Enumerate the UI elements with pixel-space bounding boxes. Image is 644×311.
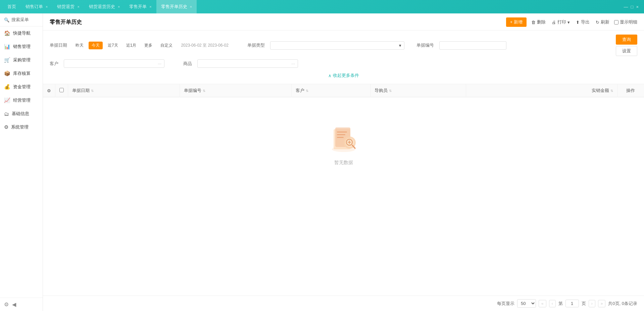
- th-number-sort[interactable]: ⇅: [203, 89, 205, 93]
- print-icon: 🖨: [552, 20, 556, 25]
- first-page-btn[interactable]: «: [539, 300, 546, 307]
- data-table: ⚙ 单据日期 ⇅ 单据编号 ⇅ 客户 ⇅: [43, 84, 644, 193]
- per-page-select[interactable]: 50 10 20 100: [517, 299, 536, 308]
- system-icon: ⚙: [4, 124, 8, 130]
- goods-select-dots: ···: [291, 61, 295, 66]
- type-label: 单据类型: [247, 42, 265, 48]
- table-body: 暂无数据: [43, 97, 644, 193]
- sidebar-search[interactable]: 🔍 搜索采单: [0, 13, 43, 27]
- tab-return-history-close[interactable]: ×: [118, 5, 120, 9]
- date-yesterday-btn[interactable]: 昨天: [72, 42, 87, 49]
- window-max-btn[interactable]: □: [631, 4, 634, 9]
- next-page-btn[interactable]: ›: [589, 300, 595, 307]
- window-min-btn[interactable]: —: [624, 4, 628, 9]
- print-button[interactable]: 🖨 打印 ▾: [550, 18, 571, 26]
- number-label: 单据编号: [416, 42, 434, 48]
- finance-icon: 💰: [4, 84, 10, 90]
- th-checkbox[interactable]: [55, 84, 68, 97]
- last-page-btn[interactable]: »: [598, 300, 606, 307]
- th-guide-sort[interactable]: ⇅: [389, 89, 392, 93]
- empty-icon: [327, 124, 360, 154]
- tab-return-close[interactable]: ×: [77, 5, 79, 9]
- display-detail-checkbox[interactable]: [614, 20, 618, 24]
- collapse-icon: ∧: [328, 73, 332, 78]
- number-input[interactable]: [439, 41, 506, 50]
- goods-select[interactable]: ···: [197, 59, 298, 68]
- settings-button[interactable]: 设置: [616, 46, 637, 56]
- filter-area: 单据日期 昨天 今天 近7天 近1月 更多 自定义 2023-06-02 至 2…: [43, 31, 644, 84]
- tab-sales-order-label: 销售订单: [26, 4, 43, 10]
- type-select-arrow: ▾: [399, 43, 401, 48]
- prev-page-btn[interactable]: ‹: [549, 300, 556, 307]
- th-customer-sort[interactable]: ⇅: [306, 89, 308, 93]
- table-container: ⚙ 单据日期 ⇅ 单据编号 ⇅ 客户 ⇅: [43, 84, 644, 296]
- date-more-btn[interactable]: 更多: [141, 42, 155, 49]
- search-icon: 🔍: [4, 17, 9, 22]
- new-button[interactable]: + 新增: [506, 17, 527, 27]
- tab-retail-order-label: 零售开单: [129, 4, 147, 10]
- tab-return-history-label: 销货退货历史: [89, 4, 115, 10]
- tab-sales-order-close[interactable]: ×: [46, 5, 48, 9]
- export-button[interactable]: ⬆ 导出: [575, 18, 591, 26]
- customer-label: 客户: [50, 61, 58, 67]
- filter-collapse-btn[interactable]: ∧ 收起更多条件: [50, 71, 637, 80]
- th-settings[interactable]: ⚙: [43, 84, 55, 97]
- empty-cell: 暂无数据: [43, 97, 644, 193]
- sidebar-settings-icon[interactable]: ⚙: [4, 301, 9, 308]
- content-area: 零售开单历史 + 新增 🗑 删除 🖨 打印 ▾ ⬆ 导出 ↻: [43, 13, 644, 311]
- select-all-checkbox[interactable]: [59, 88, 64, 92]
- sidebar-item-finance[interactable]: 💰 资金管理: [0, 80, 43, 94]
- empty-state: 暂无数据: [43, 97, 644, 193]
- sidebar-item-operations[interactable]: 📈 经营管理: [0, 94, 43, 107]
- th-amount: 实销金额 ⇅: [466, 84, 617, 97]
- th-guide: 导购员 ⇅: [370, 84, 466, 97]
- sidebar-item-system[interactable]: ⚙ 系统管理: [0, 120, 43, 134]
- date-today-btn[interactable]: 今天: [89, 42, 103, 49]
- toolbar-actions: + 新增 🗑 删除 🖨 打印 ▾ ⬆ 导出 ↻ 刷新: [506, 17, 637, 27]
- sidebar-item-sales[interactable]: 📊 销售管理: [0, 40, 43, 53]
- query-button[interactable]: 查询: [616, 35, 637, 45]
- th-date-sort[interactable]: ⇅: [91, 89, 94, 93]
- sidebar-item-sales-label: 销售管理: [13, 44, 31, 50]
- delete-icon: 🗑: [531, 20, 536, 25]
- refresh-label: 刷新: [601, 19, 609, 25]
- refresh-button[interactable]: ↻ 刷新: [594, 18, 611, 26]
- tab-retail-order-history[interactable]: 零售开单历史 ×: [156, 0, 197, 13]
- tab-retail-order[interactable]: 零售开单 ×: [125, 0, 156, 13]
- customer-select[interactable]: ···: [64, 59, 164, 68]
- sidebar-bottom: ⚙ ◀: [0, 298, 43, 311]
- th-date: 单据日期 ⇅: [68, 84, 180, 97]
- tab-retail-order-close[interactable]: ×: [149, 5, 151, 9]
- empty-row: 暂无数据: [43, 97, 644, 193]
- sidebar-item-shortcut[interactable]: 🏠 快捷导航: [0, 27, 43, 40]
- display-detail-toggle[interactable]: 显示明细: [614, 19, 637, 25]
- tab-return[interactable]: 销货退货 ×: [52, 0, 84, 13]
- th-customer: 客户 ⇅: [292, 84, 370, 97]
- type-select[interactable]: ▾: [270, 41, 404, 50]
- total-info: 共0页, 0条记录: [608, 301, 637, 307]
- tab-sales-order[interactable]: 销售订单 ×: [21, 0, 52, 13]
- date-7days-btn[interactable]: 近7天: [105, 42, 121, 49]
- tab-return-label: 销货退货: [57, 4, 75, 10]
- sales-icon: 📊: [4, 44, 10, 50]
- sidebar-item-purchase[interactable]: 🛒 采购管理: [0, 53, 43, 67]
- print-label: 打印: [557, 19, 566, 25]
- tab-home[interactable]: 首页: [3, 0, 21, 13]
- sidebar-item-operations-label: 经营管理: [13, 97, 31, 103]
- sidebar-item-basic-label: 基础信息: [12, 111, 29, 117]
- date-custom-btn[interactable]: 自定义: [157, 42, 176, 49]
- th-amount-sort[interactable]: ⇅: [610, 89, 613, 93]
- delete-button[interactable]: 🗑 删除: [530, 18, 547, 26]
- date-1month-btn[interactable]: 近1月: [123, 42, 140, 49]
- sidebar-collapse-icon[interactable]: ◀: [12, 301, 16, 308]
- sidebar-item-system-label: 系统管理: [11, 124, 29, 130]
- sidebar-item-basic[interactable]: 🗂 基础信息: [0, 107, 43, 120]
- window-controls: — □ ×: [624, 4, 641, 9]
- page-number-input[interactable]: [565, 300, 579, 307]
- tab-retail-order-history-close[interactable]: ×: [190, 5, 192, 9]
- filter-row-1: 单据日期 昨天 今天 近7天 近1月 更多 自定义 2023-06-02 至 2…: [50, 35, 637, 56]
- window-close-btn[interactable]: ×: [636, 4, 639, 9]
- sidebar-item-inventory[interactable]: 📦 库存核算: [0, 67, 43, 80]
- th-customer-label: 客户: [296, 88, 304, 93]
- tab-return-history[interactable]: 销货退货历史 ×: [84, 0, 125, 13]
